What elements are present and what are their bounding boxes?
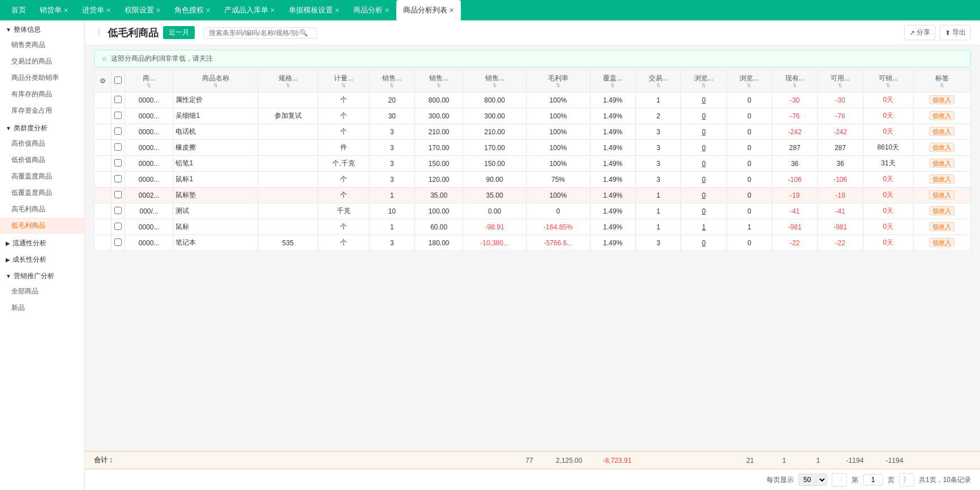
nav-close-goods-analysis[interactable]: ✕ bbox=[384, 7, 390, 14]
nav-goods-analysis[interactable]: 商品分析 ✕ bbox=[346, 0, 396, 20]
sidebar-group-flow[interactable]: ▶ 流通性分析 bbox=[0, 234, 84, 250]
prev-page-button[interactable]: 〈 bbox=[832, 473, 847, 487]
nav-close-purchase[interactable]: ✕ bbox=[106, 7, 111, 14]
col-sales-qty[interactable]: 销售...⇅ bbox=[369, 70, 414, 92]
row-views1[interactable]: 0 bbox=[681, 140, 726, 156]
search-icon[interactable]: 🔍 bbox=[299, 29, 308, 37]
col-sales-price[interactable]: 销售...⇅ bbox=[414, 70, 463, 92]
row-settings[interactable] bbox=[95, 156, 112, 172]
row-check-1[interactable] bbox=[114, 112, 122, 119]
col-tag[interactable]: 标签⇅ bbox=[913, 70, 970, 92]
row-checkbox[interactable] bbox=[112, 108, 125, 124]
sidebar-item-in-stock-goods[interactable]: 有库存的商品 bbox=[0, 86, 84, 103]
row-views1[interactable]: 0 bbox=[681, 235, 726, 251]
col-checkbox[interactable] bbox=[112, 70, 125, 92]
nav-goods-analysis-list[interactable]: 商品分析列表 ✕ bbox=[396, 0, 461, 20]
nav-product-storage[interactable]: 产成品入库单 ✕ bbox=[217, 0, 282, 20]
nav-close-permissions[interactable]: ✕ bbox=[156, 7, 161, 14]
nav-close-goods-analysis-list[interactable]: ✕ bbox=[449, 7, 454, 14]
row-views1[interactable]: 0 bbox=[681, 203, 726, 219]
time-filter-button[interactable]: 近一月 bbox=[163, 26, 195, 39]
row-views1[interactable]: 0 bbox=[681, 124, 726, 140]
row-settings[interactable] bbox=[95, 172, 112, 188]
sidebar-group-marketing[interactable]: ▼ 营销推广分析 bbox=[0, 267, 84, 283]
col-sellable[interactable]: 可销...⇅ bbox=[863, 70, 913, 92]
nav-template[interactable]: 单据模板设置 ✕ bbox=[282, 0, 346, 20]
col-sales-amount[interactable]: 销售...⇅ bbox=[463, 70, 527, 92]
row-views1[interactable]: 0 bbox=[681, 172, 726, 188]
row-check-6[interactable] bbox=[114, 191, 122, 198]
row-checkbox[interactable] bbox=[112, 156, 125, 172]
row-views1[interactable]: 0 bbox=[681, 156, 726, 172]
row-views1[interactable]: 0 bbox=[681, 108, 726, 124]
nav-home[interactable]: 首页 bbox=[5, 0, 33, 20]
row-settings[interactable] bbox=[95, 203, 112, 219]
sidebar-item-high-value[interactable]: 高价值商品 bbox=[0, 135, 84, 152]
nav-close-product-storage[interactable]: ✕ bbox=[270, 7, 275, 14]
sidebar-item-all-goods[interactable]: 全部商品 bbox=[0, 283, 84, 300]
row-check-8[interactable] bbox=[114, 223, 122, 230]
row-checkbox[interactable] bbox=[112, 219, 125, 235]
col-views2[interactable]: 浏览...⇅ bbox=[726, 70, 772, 92]
nav-roles[interactable]: 角色授权 ✕ bbox=[168, 0, 217, 20]
per-page-select[interactable]: 50 100 200 bbox=[798, 474, 827, 486]
col-name[interactable]: 商品名称⇅ bbox=[173, 70, 258, 92]
next-page-button[interactable]: 〉 bbox=[899, 473, 914, 487]
sidebar-item-low-coverage[interactable]: 低覆盖度商品 bbox=[0, 185, 84, 201]
row-views1[interactable]: 1 bbox=[681, 219, 726, 235]
col-coverage[interactable]: 覆盖...⇅ bbox=[590, 70, 635, 92]
col-unit[interactable]: 计量...⇅ bbox=[318, 70, 369, 92]
nav-permissions[interactable]: 权限设置 ✕ bbox=[118, 0, 168, 20]
col-transaction[interactable]: 交易...⇅ bbox=[636, 70, 681, 92]
col-current-stock[interactable]: 现有...⇅ bbox=[772, 70, 818, 92]
col-gross-margin[interactable]: 毛利率⇅ bbox=[526, 70, 590, 92]
sidebar-item-traded-goods[interactable]: 交易过的商品 bbox=[0, 53, 84, 70]
page-input[interactable] bbox=[863, 474, 883, 485]
row-check-2[interactable] bbox=[114, 127, 122, 135]
col-spec[interactable]: 规格...⇅ bbox=[258, 70, 318, 92]
nav-close-template[interactable]: ✕ bbox=[335, 7, 340, 14]
share-button[interactable]: ↗ 分享 bbox=[904, 25, 935, 40]
sidebar-item-inventory-capital[interactable]: 库存资金占用 bbox=[0, 103, 84, 119]
nav-purchase[interactable]: 进货单 ✕ bbox=[75, 0, 118, 20]
row-checkbox[interactable] bbox=[112, 172, 125, 188]
sidebar-item-new-goods[interactable]: 新品 bbox=[0, 300, 84, 316]
row-check-9[interactable] bbox=[114, 238, 122, 246]
row-checkbox[interactable] bbox=[112, 124, 125, 140]
sidebar-item-high-coverage[interactable]: 高覆盖度商品 bbox=[0, 168, 84, 185]
nav-close-roles[interactable]: ✕ bbox=[206, 7, 211, 14]
nav-sales[interactable]: 销货单 ✕ bbox=[33, 0, 75, 20]
row-settings[interactable] bbox=[95, 188, 112, 203]
export-button[interactable]: ⬆ 导出 bbox=[940, 25, 971, 40]
row-check-5[interactable] bbox=[114, 175, 122, 182]
row-check-7[interactable] bbox=[114, 207, 122, 214]
sidebar-item-sales-goods[interactable]: 销售类商品 bbox=[0, 37, 84, 53]
row-settings[interactable] bbox=[95, 92, 112, 108]
row-checkbox[interactable] bbox=[112, 203, 125, 219]
row-check-0[interactable] bbox=[114, 96, 122, 103]
col-views1[interactable]: 浏览...⇅ bbox=[681, 70, 726, 92]
row-checkbox[interactable] bbox=[112, 188, 125, 203]
row-check-3[interactable] bbox=[114, 143, 122, 151]
sidebar-collapse-btn[interactable]: 《 bbox=[94, 28, 101, 37]
sidebar-group-growth[interactable]: ▶ 成长性分析 bbox=[0, 250, 84, 267]
row-check-4[interactable] bbox=[114, 159, 122, 167]
row-settings[interactable] bbox=[95, 124, 112, 140]
nav-close-sales[interactable]: ✕ bbox=[63, 7, 69, 14]
row-settings[interactable] bbox=[95, 140, 112, 156]
row-checkbox[interactable] bbox=[112, 92, 125, 108]
sidebar-item-category-sales-rate[interactable]: 商品分类助销率 bbox=[0, 70, 84, 86]
col-settings[interactable]: ⚙ bbox=[95, 70, 112, 92]
col-available[interactable]: 可用...⇅ bbox=[818, 70, 863, 92]
row-views1[interactable]: 0 bbox=[681, 92, 726, 108]
sidebar-group-cluster[interactable]: ▼ 类群度分析 bbox=[0, 119, 84, 135]
row-checkbox[interactable] bbox=[112, 140, 125, 156]
col-code[interactable]: 商...⇅ bbox=[125, 70, 173, 92]
select-all-checkbox[interactable] bbox=[114, 76, 122, 84]
sidebar-item-low-margin[interactable]: 低毛利商品 bbox=[0, 218, 84, 234]
row-checkbox[interactable] bbox=[112, 235, 125, 251]
row-settings[interactable] bbox=[95, 235, 112, 251]
sidebar-item-low-value[interactable]: 低价值商品 bbox=[0, 152, 84, 168]
row-settings[interactable] bbox=[95, 219, 112, 235]
row-settings[interactable] bbox=[95, 108, 112, 124]
